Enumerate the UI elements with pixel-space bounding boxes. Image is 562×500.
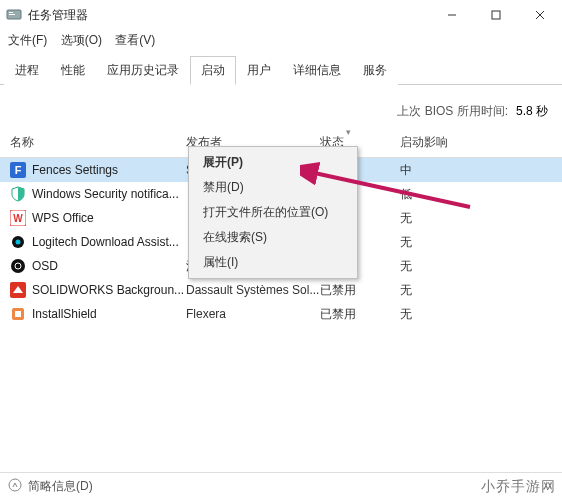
svg-rect-4	[492, 11, 500, 19]
maximize-button[interactable]	[474, 0, 518, 30]
menu-options[interactable]: 选项(O)	[61, 33, 102, 47]
svg-text:W: W	[13, 213, 23, 224]
fences-icon: F	[10, 162, 26, 178]
row-impact: 无	[400, 282, 562, 299]
is-icon	[10, 306, 26, 322]
status-toggle[interactable]: 简略信息(D)	[28, 478, 93, 495]
watermark-text: 小乔手游网	[481, 478, 556, 496]
annotation-arrow-icon	[300, 152, 480, 222]
svg-text:F: F	[15, 164, 22, 176]
tab-性能[interactable]: 性能	[50, 56, 96, 85]
row-publisher: Flexera	[186, 307, 320, 321]
row-name: Windows Security notifica...	[32, 187, 186, 201]
svg-rect-17	[15, 311, 21, 317]
tab-进程[interactable]: 进程	[4, 56, 50, 85]
col-name[interactable]: 名称	[0, 134, 186, 151]
minimize-button[interactable]	[430, 0, 474, 30]
sort-indicator-icon: ▾	[346, 127, 351, 137]
row-name: InstallShield	[32, 307, 186, 321]
row-name: OSD	[32, 259, 186, 273]
close-button[interactable]	[518, 0, 562, 30]
collapse-chevron-icon[interactable]	[8, 478, 22, 495]
row-name: WPS Office	[32, 211, 186, 225]
ctx-item-3[interactable]: 在线搜索(S)	[191, 225, 355, 250]
row-impact: 无	[400, 306, 562, 323]
row-status: 已禁用	[320, 306, 400, 323]
row-name: Logitech Download Assist...	[32, 235, 186, 249]
row-impact: 无	[400, 258, 562, 275]
row-status: 已禁用	[320, 282, 400, 299]
svg-point-13	[11, 259, 25, 273]
task-manager-icon	[6, 7, 22, 23]
menu-file[interactable]: 文件(F)	[8, 33, 47, 47]
row-impact: 无	[400, 234, 562, 251]
ctx-item-4[interactable]: 属性(I)	[191, 250, 355, 275]
window-controls	[430, 0, 562, 30]
shield-icon	[10, 186, 26, 202]
bios-label: 上次 BIOS 所用时间:	[397, 103, 508, 120]
tab-启动[interactable]: 启动	[190, 56, 236, 85]
wps-icon: W	[10, 210, 26, 226]
svg-line-18	[310, 172, 470, 207]
menu-view[interactable]: 查看(V)	[115, 33, 155, 47]
title-bar: 任务管理器	[0, 0, 562, 30]
svg-point-12	[16, 240, 21, 245]
bios-value: 5.8 秒	[516, 103, 548, 120]
menu-bar: 文件(F) 选项(O) 查看(V)	[0, 30, 562, 55]
status-bar: 简略信息(D)	[0, 472, 562, 500]
col-impact[interactable]: 启动影响	[400, 134, 562, 151]
tab-应用历史记录[interactable]: 应用历史记录	[96, 56, 190, 85]
tab-用户[interactable]: 用户	[236, 56, 282, 85]
row-name: SOLIDWORKS Backgroun...	[32, 283, 186, 297]
svg-point-19	[9, 479, 21, 491]
svg-rect-1	[9, 12, 13, 13]
tab-服务[interactable]: 服务	[352, 56, 398, 85]
row-publisher: Dassault Systèmes Sol...	[186, 283, 320, 297]
window-title: 任务管理器	[28, 7, 430, 24]
tab-strip: 进程性能应用历史记录启动用户详细信息服务	[0, 55, 562, 85]
tab-详细信息[interactable]: 详细信息	[282, 56, 352, 85]
svg-rect-2	[9, 14, 15, 15]
table-row[interactable]: InstallShieldFlexera已禁用无	[0, 302, 562, 326]
bios-time-row: 上次 BIOS 所用时间: 5.8 秒	[0, 85, 562, 128]
osd-icon	[10, 258, 26, 274]
sw-icon	[10, 282, 26, 298]
row-name: Fences Settings	[32, 163, 186, 177]
logi-icon	[10, 234, 26, 250]
table-row[interactable]: SOLIDWORKS Backgroun...Dassault Systèmes…	[0, 278, 562, 302]
